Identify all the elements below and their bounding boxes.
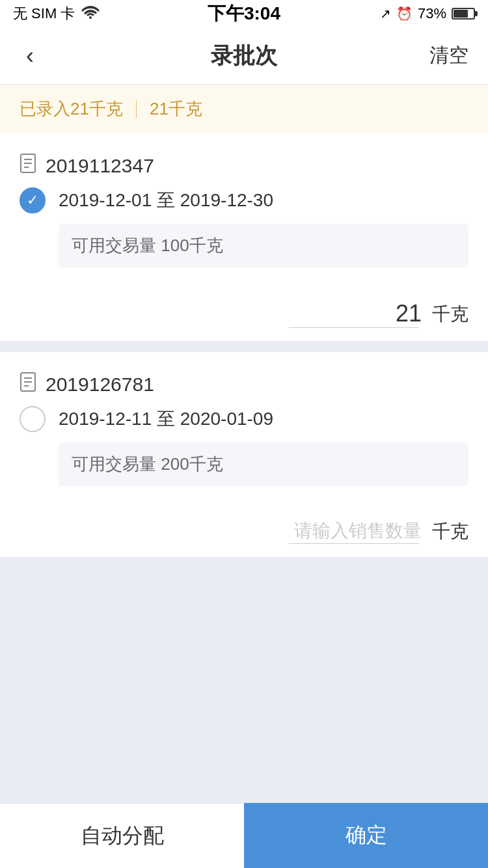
- qty-underline-2: [289, 543, 419, 544]
- qty-row-2: 请输入销售数量 千克: [0, 506, 488, 558]
- batch-card-2: 2019126781 2019-12-11 至 2020-01-09 可用交易量…: [0, 352, 488, 558]
- batch-date-1: 2019-12-01 至 2019-12-30: [59, 188, 273, 213]
- summary-label: 已录入21千克: [20, 98, 123, 120]
- batch-item-2: 2019126781 2019-12-11 至 2020-01-09 可用交易量…: [0, 352, 488, 506]
- radio-btn-2[interactable]: [20, 406, 46, 432]
- battery-icon: [452, 8, 475, 20]
- status-right: ↗ ⏰ 73%: [380, 5, 475, 22]
- auto-distribute-button[interactable]: 自动分配: [0, 803, 244, 868]
- back-button[interactable]: ‹: [20, 36, 40, 76]
- batch-date-row-1: 2019-12-01 至 2019-12-30: [20, 187, 468, 213]
- qty-underline-1: [289, 327, 419, 328]
- summary-divider: [136, 100, 137, 118]
- status-left: 无 SIM 卡: [13, 4, 100, 23]
- batch-header-1: 2019112347: [20, 153, 468, 178]
- nav-bar: ‹ 录批次 清空: [0, 27, 488, 85]
- clear-button[interactable]: 清空: [429, 42, 468, 69]
- qty-unit-2: 千克: [432, 519, 468, 544]
- empty-area: [0, 558, 488, 818]
- qty-placeholder-2[interactable]: 请输入销售数量: [294, 519, 422, 543]
- batch-item-1: 2019112347 2019-12-01 至 2019-12-30 可用交易量…: [0, 133, 488, 287]
- batch-card-1: 2019112347 2019-12-01 至 2019-12-30 可用交易量…: [0, 133, 488, 342]
- confirm-button[interactable]: 确定: [244, 803, 488, 868]
- qty-value-1: 21: [396, 300, 422, 327]
- batch-id-1: 2019112347: [46, 155, 154, 177]
- page-title: 录批次: [211, 41, 277, 71]
- batch-id-2: 2019126781: [46, 373, 154, 396]
- carrier-text: 无 SIM 卡: [13, 4, 75, 23]
- qty-row-1: 21 千克: [0, 287, 488, 342]
- status-time: 下午3:04: [208, 1, 280, 26]
- batch-id-icon-1: [20, 153, 39, 178]
- batch-date-row-2: 2019-12-11 至 2020-01-09: [20, 406, 468, 432]
- radio-btn-1[interactable]: [20, 187, 46, 213]
- batch-date-2: 2019-12-11 至 2020-01-09: [59, 407, 273, 431]
- location-icon: ↗: [380, 6, 391, 21]
- section-separator: [0, 342, 488, 352]
- summary-bar: 已录入21千克 21千克: [0, 85, 488, 133]
- available-qty-2: 可用交易量 200千克: [59, 442, 468, 486]
- alarm-icon: ⏰: [396, 6, 413, 21]
- qty-unit-1: 千克: [432, 302, 468, 327]
- bottom-bar: 自动分配 确定: [0, 803, 488, 868]
- batch-header-2: 2019126781: [20, 372, 468, 397]
- battery-percent: 73%: [418, 5, 446, 22]
- available-qty-1: 可用交易量 100千克: [59, 224, 468, 267]
- batch-id-icon-2: [20, 372, 39, 397]
- summary-value: 21千克: [150, 98, 202, 120]
- wifi-icon: [81, 5, 100, 23]
- status-bar: 无 SIM 卡 下午3:04 ↗ ⏰ 73%: [0, 0, 488, 27]
